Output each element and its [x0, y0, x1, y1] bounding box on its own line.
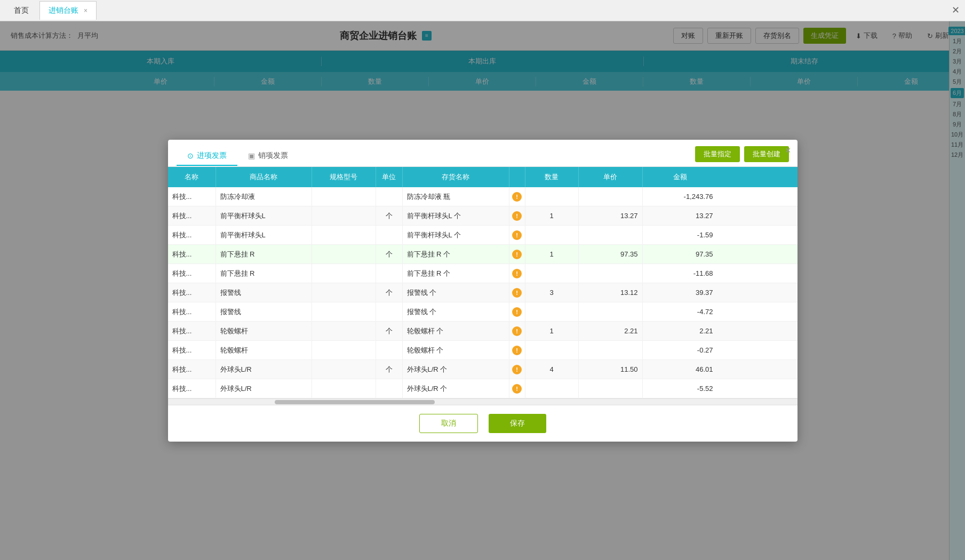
- cell-price: 11.50: [579, 360, 643, 379]
- cell-warn: !: [509, 264, 525, 283]
- cell-qty: [525, 341, 579, 359]
- cell-qty: [525, 379, 579, 398]
- table-row[interactable]: 科技... 防冻冷却液 防冻冷却液 瓶 ! -1,243.76: [168, 187, 797, 206]
- col-header-spec: 规格型号: [312, 167, 376, 187]
- cell-spec: [312, 283, 376, 302]
- batch-assign-button[interactable]: 批量指定: [695, 146, 740, 162]
- cell-qty: 1: [525, 322, 579, 340]
- warn-icon: !: [512, 288, 522, 298]
- cell-unit: 个: [376, 360, 403, 379]
- warn-icon: !: [512, 326, 522, 336]
- warn-icon: !: [512, 211, 522, 221]
- cell-warn: !: [509, 360, 525, 379]
- cell-product: 前平衡杆球头L: [216, 206, 312, 225]
- batch-create-button[interactable]: 批量创建: [744, 146, 789, 162]
- cell-warn: !: [509, 226, 525, 244]
- cell-amount: -5.52: [643, 379, 717, 398]
- cell-name: 科技...: [168, 379, 216, 398]
- cell-price: [579, 187, 643, 206]
- cell-qty: [525, 302, 579, 321]
- dialog-close-button[interactable]: ×: [785, 145, 791, 156]
- cell-warn: !: [509, 187, 525, 206]
- table-row[interactable]: 科技... 前平衡杆球头L 前平衡杆球头L 个 ! -1.59: [168, 226, 797, 245]
- tab-outgoing-invoice[interactable]: ▣ 销项发票: [237, 147, 299, 166]
- cell-unit: [376, 226, 403, 244]
- cell-unit: [376, 187, 403, 206]
- cancel-button[interactable]: 取消: [419, 414, 478, 433]
- table-row[interactable]: 科技... 轮毂螺杆 个 轮毂螺杆 个 ! 1 2.21 2.21: [168, 322, 797, 341]
- cell-price: [579, 264, 643, 283]
- table-row[interactable]: 科技... 轮毂螺杆 轮毂螺杆 个 ! -0.27: [168, 341, 797, 360]
- cell-price: [579, 302, 643, 321]
- cell-name: 科技...: [168, 245, 216, 263]
- cell-amount: 97.35: [643, 245, 717, 263]
- cell-name: 科技...: [168, 360, 216, 379]
- cell-stock: 前平衡杆球头L 个: [403, 226, 509, 244]
- table-row[interactable]: 科技... 报警线 个 报警线 个 ! 3 13.12 39.37: [168, 283, 797, 302]
- cell-unit: [376, 302, 403, 321]
- tab-home[interactable]: 首页: [5, 2, 37, 20]
- table-row[interactable]: 科技... 外球头L/R 外球头L/R 个 ! -5.52: [168, 379, 797, 398]
- cell-amount: 13.27: [643, 206, 717, 225]
- cell-amount: -11.68: [643, 264, 717, 283]
- window-close-button[interactable]: ✕: [952, 4, 960, 16]
- cell-spec: [312, 341, 376, 359]
- table-row[interactable]: 科技... 外球头L/R 个 外球头L/R 个 ! 4 11.50 46.01: [168, 360, 797, 379]
- warn-icon: !: [512, 269, 522, 278]
- save-button[interactable]: 保存: [489, 414, 546, 433]
- table-row[interactable]: 科技... 报警线 报警线 个 ! -4.72: [168, 302, 797, 322]
- dialog-body: 名称 商品名称 规格型号 单位 存货名称 数量 单价 金额 科技... 防冻冷却…: [168, 167, 797, 405]
- cell-qty: 3: [525, 283, 579, 302]
- cell-stock: 前下悬挂 R 个: [403, 245, 509, 263]
- cell-stock: 外球头L/R 个: [403, 379, 509, 398]
- cell-amount: -1.59: [643, 226, 717, 244]
- cell-name: 科技...: [168, 283, 216, 302]
- cell-spec: [312, 264, 376, 283]
- cell-name: 科技...: [168, 187, 216, 206]
- warn-icon: !: [512, 346, 522, 355]
- col-header-qty: 数量: [525, 167, 579, 187]
- table-body: 科技... 防冻冷却液 防冻冷却液 瓶 ! -1,243.76 科技... 前平…: [168, 187, 797, 398]
- cell-spec: [312, 187, 376, 206]
- cell-amount: -1,243.76: [643, 187, 717, 206]
- cell-amount: 2.21: [643, 322, 717, 340]
- tab-active[interactable]: 进销台账 ×: [39, 1, 97, 20]
- tab-active-label: 进销台账: [49, 6, 78, 15]
- scroll-thumb[interactable]: [275, 400, 435, 404]
- cell-amount: 39.37: [643, 283, 717, 302]
- modal-overlay: ⊙ 进项发票 ▣ 销项发票 批量指定 批量创建 × 名称 商品名称: [0, 21, 965, 560]
- cell-qty: [525, 226, 579, 244]
- cell-spec: [312, 226, 376, 244]
- tab-close-icon[interactable]: ×: [84, 7, 87, 14]
- cell-warn: !: [509, 341, 525, 359]
- cell-name: 科技...: [168, 226, 216, 244]
- cell-spec: [312, 302, 376, 321]
- tab-incoming-invoice[interactable]: ⊙ 进项发票: [177, 147, 237, 166]
- cell-product: 轮毂螺杆: [216, 322, 312, 340]
- table-row[interactable]: 科技... 前下悬挂 R 个 前下悬挂 R 个 ! 1 97.35 97.35: [168, 245, 797, 264]
- table-header-row: 名称 商品名称 规格型号 单位 存货名称 数量 单价 金额: [168, 167, 797, 187]
- col-header-product: 商品名称: [216, 167, 312, 187]
- cell-warn: !: [509, 206, 525, 225]
- cell-product: 报警线: [216, 302, 312, 321]
- table-row[interactable]: 科技... 前下悬挂 R 前下悬挂 R 个 ! -11.68: [168, 264, 797, 283]
- cell-warn: !: [509, 245, 525, 263]
- cell-product: 报警线: [216, 283, 312, 302]
- horizontal-scrollbar[interactable]: [168, 398, 797, 405]
- cell-spec: [312, 322, 376, 340]
- cell-product: 前平衡杆球头L: [216, 226, 312, 244]
- dialog-footer: 取消 保存: [168, 405, 797, 442]
- cell-unit: 个: [376, 206, 403, 225]
- cell-spec: [312, 379, 376, 398]
- cell-warn: !: [509, 322, 525, 340]
- cell-stock: 轮毂螺杆 个: [403, 341, 509, 359]
- cell-qty: 1: [525, 245, 579, 263]
- col-header-stock: 存货名称: [403, 167, 509, 187]
- cell-unit: [376, 341, 403, 359]
- col-header-unit: 单位: [376, 167, 403, 187]
- cell-stock: 外球头L/R 个: [403, 360, 509, 379]
- incoming-icon: ⊙: [187, 151, 194, 160]
- cell-price: 97.35: [579, 245, 643, 263]
- cell-name: 科技...: [168, 341, 216, 359]
- table-row[interactable]: 科技... 前平衡杆球头L 个 前平衡杆球头L 个 ! 1 13.27 13.2…: [168, 206, 797, 226]
